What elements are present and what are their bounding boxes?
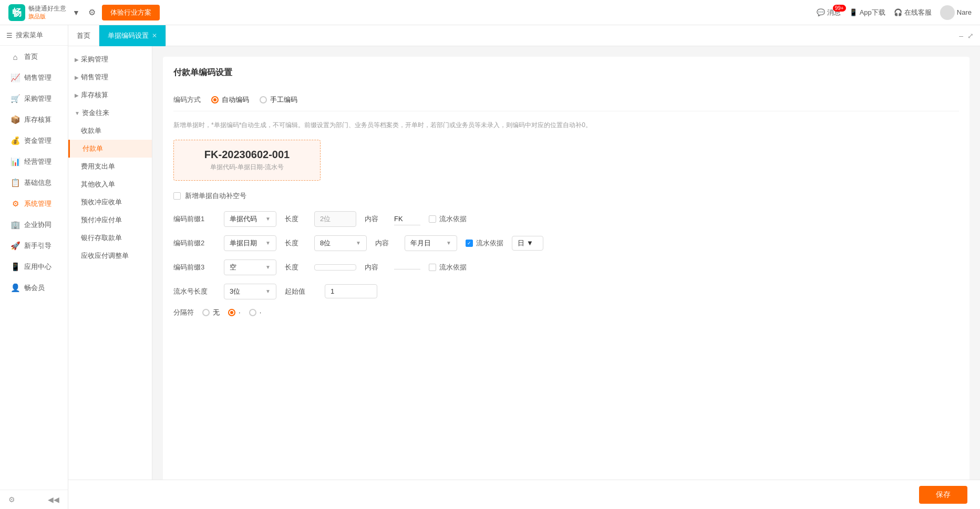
serial-length-value: 3位 [230,287,240,296]
auto-code-label: 自动编码 [222,95,249,105]
sidebar-item-inventory[interactable]: 📦 库存核算 [2,110,66,130]
sidebar-item-basic[interactable]: 📋 基础信息 [2,173,66,193]
service-button[interactable]: 🎧 在线客服 [894,8,932,17]
sub-group-purchase: ▶ 采购管理 [68,50,152,68]
minimize-icon[interactable]: – [959,32,963,40]
tab-close-icon[interactable]: ✕ [152,32,157,39]
search-icon: ☰ [6,32,13,39]
sub-item-advance-receipt[interactable]: 预收冲应收单 [68,193,152,211]
prefix2-content-select[interactable]: 年月日 ▼ [405,235,457,251]
start-value-input[interactable]: 1 [325,284,377,298]
prefix1-select[interactable]: 单据代码 ▼ [224,211,276,227]
serial-length-select[interactable]: 3位 ▼ [224,284,276,299]
prefix3-length-input[interactable] [314,264,356,271]
save-button[interactable]: 保存 [919,486,967,504]
newguide-icon: 🚀 [11,241,20,251]
prefix2-watermark[interactable]: ✓ 流水依据 [466,238,503,248]
sidebar-item-purchase[interactable]: 🛒 采购管理 [2,89,66,109]
brand-text: 畅捷通好生意 旗品版 [28,5,66,20]
prefix2-day-select[interactable]: 日 ▼ [512,236,543,251]
prefix2-value: 单据日期 [230,238,257,248]
separator-none-radio[interactable]: 无 [202,308,220,317]
separator-label: 分隔符 [173,308,194,317]
sub-group-inventory-title[interactable]: ▶ 库存核算 [68,86,152,104]
auto-fill-checkbox[interactable] [173,192,181,200]
tab-home[interactable]: 首页 [68,25,99,46]
chevron-right-icon: ▶ [75,75,79,80]
prefix1-watermark-checkbox[interactable] [429,215,436,223]
chevron-down-icon: ▼ [265,240,271,246]
prefix1-content-value: FK [394,213,420,225]
nav-back-icon[interactable]: ▼ [70,6,82,19]
prefix1-row: 编码前缀1 单据代码 ▼ 长度 2位 内容 FK 流水依据 [173,211,959,227]
sidebar-item-label: 销售管理 [24,73,51,82]
app-download-button[interactable]: 📱 App下载 [849,8,885,17]
sub-item-receipt[interactable]: 收款单 [68,122,152,140]
member-icon: 👤 [11,283,20,293]
chevron-down-icon: ▼ [446,240,451,246]
prefix2-length-select[interactable]: 8位 ▼ [314,235,367,251]
info-text: 新增单据时，*单据编码*自动生成，不可编辑。前缀设置为部门、业务员等档案类，开单… [173,120,959,131]
trial-button[interactable]: 体验行业方案 [102,5,160,20]
sidebar-item-system[interactable]: ⚙ 系统管理 [2,194,66,214]
prefix3-value: 空 [230,263,236,272]
sub-item-other-income[interactable]: 其他收入单 [68,175,152,193]
purchase-icon: 🛒 [11,94,20,103]
sidebar-item-label: 应用中心 [24,262,51,272]
sidebar-item-label: 基础信息 [24,178,51,188]
tab-encoding-settings[interactable]: 单据编码设置 ✕ [99,25,166,46]
sub-item-expense[interactable]: 费用支出单 [68,158,152,175]
sub-item-adjust[interactable]: 应收应付调整单 [68,247,152,265]
prefix3-watermark-checkbox[interactable] [429,264,436,271]
prefix2-watermark-checkbox[interactable]: ✓ [466,240,473,247]
separator-none-label: 无 [213,308,220,317]
prefix2-select[interactable]: 单据日期 ▼ [224,235,276,251]
sub-group-capital: ▼ 资金往来 收款单 付款单 费用支出单 其他收入单 预收冲应收单 预付冲应付单… [68,104,152,265]
sub-group-purchase-title[interactable]: ▶ 采购管理 [68,50,152,68]
auto-code-radio[interactable]: 自动编码 [211,95,249,105]
sub-group-sales-title[interactable]: ▶ 销售管理 [68,68,152,86]
message-badge: 99+ [833,5,846,12]
prefix2-watermark-label: 流水依据 [476,238,503,248]
sidebar-item-capital[interactable]: 💰 资金管理 [2,131,66,151]
prefix3-label: 编码前缀3 [173,263,215,272]
sidebar-item-home[interactable]: ⌂ 首页 [2,47,66,67]
sidebar-item-newguide[interactable]: 🚀 新手引导 [2,236,66,256]
tab-bar-right: – ⤢ [953,32,980,40]
sub-group-capital-title[interactable]: ▼ 资金往来 [68,104,152,122]
collapse-icon[interactable]: ◀◀ [48,495,59,504]
separator-dot2-radio[interactable]: · [249,308,262,316]
sub-item-bank[interactable]: 银行存取款单 [68,229,152,247]
sub-item-advance-payment[interactable]: 预付冲应付单 [68,211,152,229]
sidebar-item-enterprise[interactable]: 🏢 企业协同 [2,215,66,235]
sub-item-payment[interactable]: 付款单 [68,140,152,158]
prefix1-watermark[interactable]: 流水依据 [429,214,467,224]
sidebar-item-operations[interactable]: 📊 经营管理 [2,152,66,172]
maximize-icon[interactable]: ⤢ [967,32,974,40]
prefix3-watermark[interactable]: 流水依据 [429,263,467,272]
prefix2-day-value: 日 [518,238,524,248]
sidebar-item-member[interactable]: 👤 畅会员 [2,278,66,298]
settings-bottom-icon[interactable]: ⚙ [8,495,15,504]
prefix3-select[interactable]: 空 ▼ [224,259,276,275]
enterprise-icon: 🏢 [11,220,20,230]
prefix1-length-input: 2位 [314,211,356,227]
content-area: 付款单编码设置 编码方式 自动编码 手工编码 [152,46,980,509]
sidebar-item-sales[interactable]: 📈 销售管理 [2,68,66,88]
search-menu-label: 搜索菜单 [16,30,43,40]
radio-dot [213,98,216,101]
settings-icon[interactable]: ⚙ [86,5,98,19]
prefix2-content-label: 内容 [375,238,396,248]
separator-dot-radio[interactable]: · [228,308,241,316]
message-button[interactable]: 💬 消息 99+ [817,8,841,17]
chevron-down-icon: ▼ [356,240,361,246]
prefix2-label: 编码前缀2 [173,238,215,248]
home-icon: ⌂ [11,52,20,61]
user-menu[interactable]: Nare [940,5,972,20]
manual-code-radio[interactable]: 手工编码 [260,95,297,105]
appcenter-icon: 📱 [11,262,20,272]
sidebar-item-label: 经营管理 [24,157,51,167]
tab-bar: 首页 单据编码设置 ✕ – ⤢ [68,25,980,46]
sidebar-item-appcenter[interactable]: 📱 应用中心 [2,257,66,277]
search-menu-button[interactable]: ☰ 搜索菜单 [0,25,68,46]
